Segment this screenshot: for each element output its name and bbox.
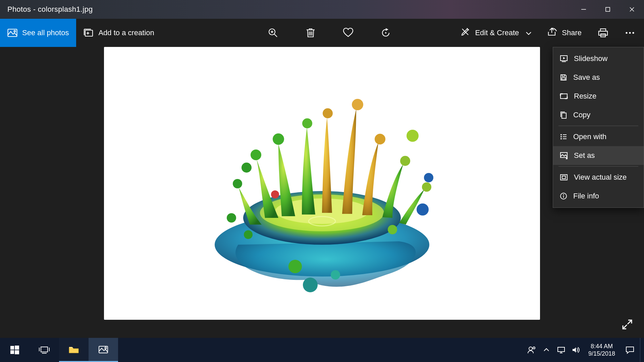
resize-icon (560, 93, 568, 100)
menu-copy-label: Copy (573, 111, 590, 119)
zoom-button[interactable] (262, 27, 284, 38)
windows-icon (10, 345, 20, 355)
see-all-photos-button[interactable]: See all photos (0, 19, 76, 47)
svg-rect-66 (560, 153, 567, 158)
chevron-down-icon (526, 28, 532, 37)
menu-resize[interactable]: Resize (553, 87, 644, 106)
svg-point-16 (385, 32, 386, 34)
taskbar-clock[interactable]: 8:44 AM 9/15/2018 (584, 343, 620, 358)
minimize-icon (581, 6, 587, 12)
menu-view-actual-size-label: View actual size (574, 173, 627, 182)
photos-app-icon (98, 345, 108, 354)
close-button[interactable] (620, 0, 644, 19)
share-icon (547, 27, 557, 39)
print-button[interactable] (591, 19, 615, 47)
menu-set-as[interactable]: Set as (553, 146, 644, 165)
menu-slideshow-label: Slideshow (574, 54, 607, 63)
svg-point-32 (323, 108, 333, 118)
heart-icon (342, 27, 354, 38)
file-explorer-taskbar[interactable] (59, 338, 89, 362)
svg-point-47 (388, 225, 397, 234)
zoom-in-icon (268, 27, 278, 38)
svg-marker-89 (573, 347, 576, 353)
svg-rect-52 (562, 78, 565, 80)
people-tray[interactable] (525, 338, 539, 362)
svg-point-84 (529, 347, 532, 350)
save-icon (560, 74, 567, 81)
notification-icon (625, 346, 635, 354)
svg-line-72 (628, 320, 632, 324)
menu-file-info[interactable]: File info (553, 187, 644, 205)
title-bar: Photos - colorsplash1.jpg (0, 0, 644, 19)
share-label: Share (562, 28, 582, 37)
fullscreen-button[interactable] (620, 317, 635, 332)
start-button[interactable] (0, 338, 30, 362)
maximize-button[interactable] (596, 0, 620, 19)
image-canvas[interactable] (104, 47, 540, 320)
delete-button[interactable] (300, 27, 321, 38)
edit-icon (460, 27, 470, 39)
toolbar-center-group (262, 27, 396, 38)
menu-separator (558, 166, 638, 167)
rotate-button[interactable] (375, 27, 396, 38)
show-desktop-button[interactable] (640, 338, 643, 362)
svg-point-42 (227, 213, 236, 223)
photos-icon (7, 28, 17, 38)
action-center-button[interactable] (621, 338, 639, 362)
task-view-button[interactable] (30, 338, 59, 362)
actualsize-icon (560, 174, 568, 181)
menu-save-as[interactable]: Save as (553, 68, 644, 87)
svg-rect-1 (606, 7, 610, 11)
clock-date: 9/15/2018 (588, 350, 615, 358)
viewer-area: Slideshow Save as Resize Copy Open with … (0, 47, 644, 338)
add-to-creation-button[interactable]: Add to a creation (76, 19, 161, 47)
svg-point-40 (424, 173, 433, 182)
photos-app-taskbar[interactable] (89, 338, 118, 362)
svg-rect-78 (41, 347, 48, 352)
menu-open-with-label: Open with (573, 132, 606, 141)
svg-point-83 (105, 347, 107, 349)
minimize-button[interactable] (572, 0, 596, 19)
svg-point-34 (375, 134, 385, 144)
svg-point-21 (626, 32, 627, 34)
volume-tray[interactable] (569, 338, 583, 362)
svg-rect-19 (599, 31, 607, 35)
edit-create-button[interactable]: Edit & Create (454, 19, 538, 47)
copy-icon (560, 111, 567, 119)
more-button[interactable] (618, 19, 642, 47)
maximize-icon (605, 7, 610, 12)
menu-copy[interactable]: Copy (553, 106, 644, 124)
svg-point-36 (233, 179, 242, 188)
share-button[interactable]: Share (540, 19, 588, 47)
app-toolbar: See all photos Add to a creation Edit & … (0, 19, 644, 47)
toolbar-right-group: Edit & Create Share (454, 19, 644, 47)
window-title: Photos - colorsplash1.jpg (7, 5, 93, 14)
svg-rect-76 (10, 350, 14, 354)
svg-marker-50 (563, 57, 565, 59)
tray-overflow[interactable] (539, 338, 553, 362)
print-icon (598, 28, 608, 38)
see-all-photos-label: See all photos (22, 28, 69, 37)
add-collection-icon (84, 28, 94, 38)
svg-point-48 (271, 190, 279, 198)
svg-rect-54 (560, 94, 567, 99)
menu-open-with[interactable]: Open with (553, 127, 644, 146)
taskbar: 8:44 AM 9/15/2018 (0, 338, 644, 362)
menu-slideshow[interactable]: Slideshow (553, 49, 644, 68)
slideshow-icon (560, 55, 568, 62)
favorite-button[interactable] (337, 27, 359, 38)
menu-view-actual-size[interactable]: View actual size (553, 168, 644, 187)
svg-rect-59 (562, 113, 566, 118)
folder-icon (68, 345, 79, 354)
svg-line-10 (274, 34, 277, 37)
svg-line-73 (623, 325, 627, 329)
menu-resize-label: Resize (574, 92, 596, 101)
taskview-icon (39, 346, 50, 354)
menu-save-as-label: Save as (573, 73, 600, 82)
svg-point-29 (251, 149, 261, 160)
svg-point-43 (288, 260, 302, 273)
network-tray[interactable] (554, 338, 568, 362)
menu-separator (558, 126, 638, 126)
more-context-menu: Slideshow Save as Resize Copy Open with … (553, 47, 644, 208)
svg-point-70 (563, 194, 564, 195)
